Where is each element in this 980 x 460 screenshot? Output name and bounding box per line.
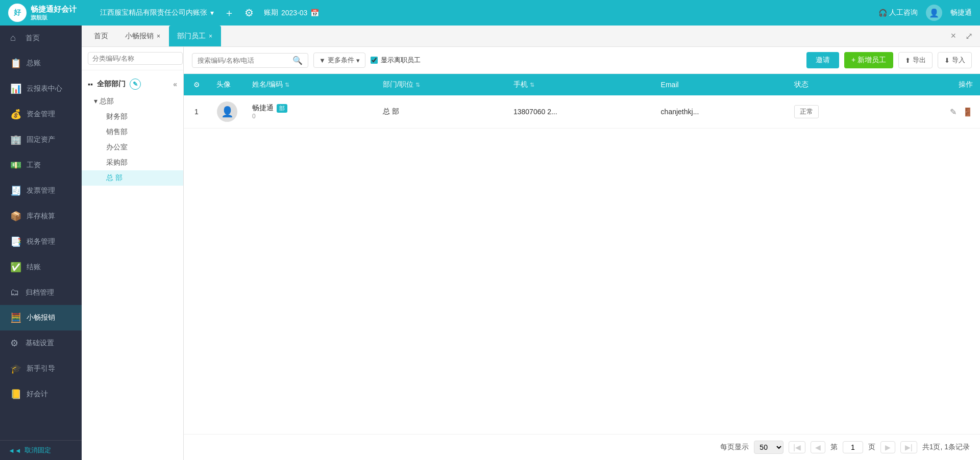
cancel-fixed-button[interactable]: ◄◄ 取消固定 [0,440,82,460]
sidebar-label-asset: 固定资产 [27,135,55,144]
row-phone-cell: 13807060 2... [506,95,654,129]
tab-expand-window[interactable]: ⤢ [962,31,976,42]
sidebar-item-invoice[interactable]: 🧾 发票管理 [0,178,82,203]
company-selector[interactable]: 江西服宝精品有限责任公司内账张 ▾ [100,8,214,17]
add-employee-button[interactable]: + 新增员工 [844,52,893,68]
dept-child-purchase[interactable]: 采购部 [82,155,183,170]
edit-dept-icon[interactable]: ✎ [130,79,141,90]
user-name: 畅捷通 [950,8,972,17]
tab-home-label: 首页 [94,32,108,41]
tab-dept-label: 部门员工 [177,32,206,41]
sidebar-item-asset[interactable]: 🏢 固定资产 [0,127,82,152]
period-label: 账期 [264,8,278,17]
row-index: 1 [184,95,209,129]
prev-page-button[interactable]: ◀ [811,441,825,453]
dept-purchase-label: 采购部 [106,158,128,166]
first-page-button[interactable]: |◀ [789,441,805,453]
row-email-cell: chanjethkj... [654,95,787,129]
sidebar-label-settings: 基础设置 [26,339,54,348]
page-content: 🔍 ▪▪ 全部部门 ✎ « ▾ 总部 财务部 [82,47,980,460]
col-dept[interactable]: 部门/职位 ⇅ [376,74,506,95]
sidebar-item-inventory[interactable]: 📦 库存核算 [0,203,82,229]
sidebar-item-fund[interactable]: 💰 资金管理 [0,101,82,127]
sidebar-item-salary[interactable]: 💵 工资 [0,152,82,178]
tab-dept[interactable]: 部门员工 × [169,25,221,46]
dept-child-office[interactable]: 办公室 [82,140,183,155]
sidebar-item-checkout[interactable]: ✅ 结账 [0,254,82,280]
user-avatar[interactable]: 👤 [926,5,942,21]
sidebar-item-archive[interactable]: 🗂 归档管理 [0,280,82,305]
status-badge: 正常 [794,105,819,118]
page-number-input[interactable] [843,441,863,453]
export-label: 导出 [913,56,926,65]
sidebar-item-tax[interactable]: 📑 税务管理 [0,229,82,254]
dept-child-sales[interactable]: 销售部 [82,124,183,140]
add-icon[interactable]: ＋ [222,4,236,22]
filter-label: 更多条件 [328,56,354,65]
pin-icon: ◄◄ [8,447,21,454]
calendar-icon[interactable]: 📅 [310,9,319,17]
col-email: Email [654,74,787,95]
right-panel: 🔍 ▼ 更多条件 ▾ 显示离职员工 邀请 + 新增员工 [184,47,980,460]
employee-search-icon[interactable]: 🔍 [292,56,303,65]
export-icon: ⬆ [905,57,911,64]
tab-expense-label: 小畅报销 [125,32,154,41]
more-filter-button[interactable]: ▼ 更多条件 ▾ [313,53,365,68]
collapse-button[interactable]: « [173,80,177,88]
tabs-bar: 首页 小畅报销 × 部门员工 × × ⤢ [82,25,980,47]
employee-search-input[interactable] [198,57,289,64]
sidebar-item-settings[interactable]: ⚙ 基础设置 [0,330,82,356]
dept-child-finance[interactable]: 财务部 [82,109,183,124]
tab-close-window[interactable]: × [947,31,959,42]
topbar-actions: ＋ ⚙ [222,4,256,22]
tab-home[interactable]: 首页 [86,25,117,46]
sidebar-item-home[interactable]: ⌂ 首页 [0,25,82,50]
tabs-right-actions: × ⤢ [947,31,976,42]
tab-expense[interactable]: 小畅报销 × [117,25,169,46]
row-name-cell: 畅捷通 部 0 [245,95,376,129]
last-page-button[interactable]: ▶| [900,441,917,453]
settings-icon[interactable]: ⚙ [242,5,256,21]
total-info: 共1页, 1条记录 [922,443,970,452]
employee-email: chanjethkj... [661,108,699,116]
dept-search-input[interactable] [88,52,183,65]
dept-child-general[interactable]: 总 部 [82,170,183,186]
pagination: 每页显示 10 20 50 100 |◀ ◀ 第 页 ▶ ▶| 共1页, 1条记… [184,434,980,460]
service-label: 人工咨询 [889,8,918,17]
grid-icon: ▪▪ [88,80,93,88]
sidebar-item-account[interactable]: 📒 好会计 [0,381,82,407]
sidebar-label-ledger: 总账 [27,59,41,68]
row-dept-cell: 总 部 [376,95,506,129]
col-name[interactable]: 姓名/编码 ⇅ [245,74,376,95]
service-button[interactable]: 🎧 人工咨询 [878,8,918,17]
row-actions-cell: ✎ 🚪 [886,95,980,129]
logo-icon: 好 [8,4,27,22]
delete-icon[interactable]: 🚪 [963,107,973,117]
sidebar-item-report[interactable]: 📊 云报表中心 [0,76,82,101]
sidebar-item-ledger[interactable]: 📋 总账 [0,50,82,76]
col-settings: ⚙ [184,74,209,95]
col-phone[interactable]: 手机 ⇅ [506,74,654,95]
export-button[interactable]: ⬆ 导出 [898,52,933,68]
tab-dept-close[interactable]: × [209,33,212,40]
page-of-label: 第 [830,443,838,452]
sidebar-item-guide[interactable]: 🎓 新手引导 [0,356,82,381]
dept-parent-general[interactable]: ▾ 总部 [82,94,183,109]
dept-sales-label: 销售部 [106,127,128,136]
employee-code: 0 [252,113,369,120]
show-resigned-checkbox[interactable] [371,57,378,64]
app-name: 畅捷通好会计 [31,5,77,14]
next-page-button[interactable]: ▶ [880,441,895,453]
page-size-select[interactable]: 10 20 50 100 [754,441,783,454]
col-settings-icon[interactable]: ⚙ [193,81,200,89]
tab-expense-close[interactable]: × [157,33,160,40]
sidebar-item-expense[interactable]: 🧮 小畅报销 [0,305,82,330]
table-row: 1 👤 畅捷通 部 [184,95,980,129]
all-dept-item[interactable]: ▪▪ 全部部门 ✎ « [82,74,183,94]
edit-icon[interactable]: ✎ [950,107,957,117]
show-resigned-label[interactable]: 显示离职员工 [371,56,421,65]
invite-button[interactable]: 邀请 [806,52,839,68]
employee-table: ⚙ 头像 姓名/编码 ⇅ 部门/职位 ⇅ 手机 ⇅ [184,74,980,434]
col-avatar: 头像 [209,74,245,95]
import-button[interactable]: ⬇ 导入 [938,52,972,68]
